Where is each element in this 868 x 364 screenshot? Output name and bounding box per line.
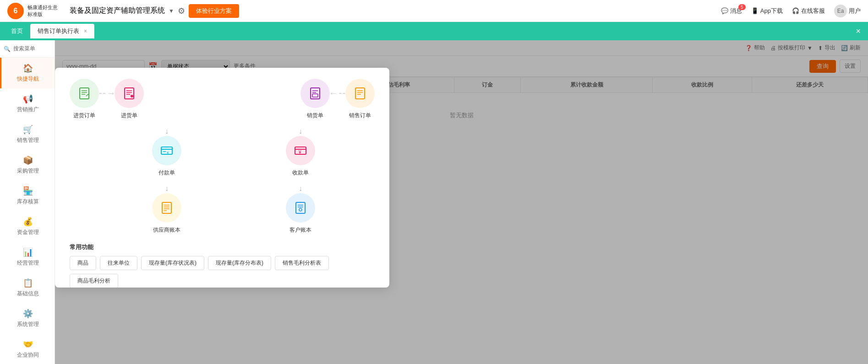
sidebar-item-cooperation[interactable]: 🤝 企业协同 <box>0 334 55 364</box>
sales-order-icon <box>345 79 375 108</box>
common-functions-title: 常用功能 <box>70 243 375 251</box>
flow-node-sales-bill[interactable]: 销货单 <box>300 79 330 120</box>
purchase-bill-icon <box>115 79 144 108</box>
svg-rect-0 <box>80 88 89 99</box>
flow-node-sales-order[interactable]: 销售订单 <box>345 79 375 120</box>
sidebar-item-basic-info[interactable]: 📋 基础信息 <box>0 272 55 303</box>
flow-node-supplier-account[interactable]: 供应商账本 <box>152 193 181 234</box>
message-button[interactable]: 💬 消息 5 <box>721 7 742 15</box>
svg-point-8 <box>131 95 133 98</box>
sidebar-item-finance[interactable]: 💰 资金管理 <box>0 211 55 242</box>
arrow-sales-order-to-bill: - - → <box>330 79 345 98</box>
func-btn-sales-profit[interactable]: 销售毛利分析表 <box>275 256 329 270</box>
customer-account-label: 客户账本 <box>289 226 311 234</box>
trial-button[interactable]: 体验行业方案 <box>189 4 239 18</box>
arrow-down-customer: ↓ <box>299 185 302 192</box>
basic-info-icon: 📋 <box>23 278 33 288</box>
search-menu-button[interactable]: 🔍 搜索菜单 <box>0 40 55 58</box>
popup-box: 进货订单 - - → 进货单 <box>55 68 389 288</box>
tab-bar-close-icon[interactable]: × <box>856 27 861 36</box>
popup-overlay[interactable]: 进货订单 - - → 进货单 <box>55 40 868 364</box>
customer-column: ↓ 客户账本 <box>286 184 315 234</box>
system-dropdown-button[interactable]: ▼ <box>169 8 174 14</box>
supplier-account-icon <box>152 193 181 223</box>
search-icon: 🔍 <box>4 46 11 52</box>
sales-row-right: 销货单 - - → 销售订单 <box>300 79 375 120</box>
tab-home[interactable]: 首页 <box>4 24 30 38</box>
headset-icon: 🎧 <box>792 7 799 14</box>
sidebar-item-marketing[interactable]: 📢 营销推广 <box>0 88 55 119</box>
flow-node-customer-account[interactable]: 客户账本 <box>286 193 315 234</box>
phone-icon: 📱 <box>751 7 759 14</box>
flow-middle-row: ↓ ¥ 付款单 ↓ ¥ <box>70 127 375 177</box>
flow-node-purchase-bill[interactable]: 进货单 <box>115 79 144 120</box>
svg-rect-13 <box>355 88 365 99</box>
arrow-down-receipt: ↓ <box>299 128 302 135</box>
flow-node-purchase-order[interactable]: 进货订单 <box>70 79 99 120</box>
purchase-icon: 📦 <box>23 155 33 165</box>
func-btn-stock-dist[interactable]: 现存量(库存分布表) <box>208 256 271 270</box>
supplier-column: ↓ 供应商账本 <box>152 184 181 234</box>
purchase-bill-label: 进货单 <box>121 112 137 120</box>
arrow-purchase-to-bill: - - → <box>99 79 115 98</box>
func-btn-product[interactable]: 商品 <box>70 256 96 270</box>
svg-point-32 <box>299 208 302 211</box>
home-icon: 🏠 <box>23 63 33 73</box>
svg-text:¥: ¥ <box>166 151 169 155</box>
purchase-order-icon <box>70 79 99 108</box>
func-btn-partner[interactable]: 往来单位 <box>100 256 137 270</box>
header-right: 💬 消息 5 📱 App下载 🎧 在线客服 Ea 用户 <box>721 5 861 17</box>
sidebar-item-inventory[interactable]: 🏪 库存核算 <box>0 180 55 211</box>
finance-icon: 💰 <box>23 217 33 227</box>
system-name: 装备及固定资产辅助管理系统 <box>70 6 165 16</box>
sidebar-item-purchase[interactable]: 📦 采购管理 <box>0 150 55 180</box>
flow-node-receipt-bill[interactable]: ¥ 收款单 <box>286 136 315 177</box>
avatar: Ea <box>834 5 847 17</box>
svg-rect-24 <box>162 202 171 213</box>
supplier-account-label: 供应商账本 <box>153 226 180 234</box>
system-title: 装备及固定资产辅助管理系统 ▼ ⚙ 体验行业方案 <box>70 4 721 18</box>
tab-sales-order[interactable]: 销售订单执行表 × <box>30 24 94 38</box>
tab-bar: 首页 销售订单执行表 × × <box>0 22 868 40</box>
sales-order-label: 销售订单 <box>349 112 371 120</box>
payment-bill-icon: ¥ <box>152 136 181 165</box>
flow-bottom-row: ↓ 供应商账本 ↓ <box>70 184 375 234</box>
system-icon: ⚙️ <box>23 309 33 319</box>
logo-area: 6 畅康通好生意 标准版 <box>7 3 62 19</box>
sidebar-item-quick-guide[interactable]: 🏠 快捷导航 <box>0 58 55 88</box>
sidebar-item-operation[interactable]: 📊 经营管理 <box>0 242 55 272</box>
header: 6 畅康通好生意 标准版 装备及固定资产辅助管理系统 ▼ ⚙ 体验行业方案 💬 … <box>0 0 868 22</box>
app-download-button[interactable]: 📱 App下载 <box>751 7 783 15</box>
sidebar: 🔍 搜索菜单 🏠 快捷导航 📢 营销推广 🛒 销售管理 📦 采购管理 🏪 库存核… <box>0 40 55 364</box>
receipt-bill-icon: ¥ <box>286 136 315 165</box>
operation-icon: 📊 <box>23 247 33 257</box>
receipt-column: ↓ ¥ 收款单 <box>286 127 315 177</box>
user-menu-button[interactable]: Ea 用户 <box>834 5 861 17</box>
func-btn-stock-status[interactable]: 现存量(库存状况表) <box>141 256 204 270</box>
payment-bill-label: 付款单 <box>158 169 175 177</box>
flow-node-payment-bill[interactable]: ¥ 付款单 <box>152 136 181 177</box>
sidebar-item-system[interactable]: ⚙️ 系统管理 <box>0 303 55 334</box>
common-functions: 常用功能 商品 往来单位 现存量(库存状况表) 现存量(库存分布表) 销售毛利分… <box>70 243 375 288</box>
sales-bill-icon <box>300 79 330 108</box>
cooperation-icon: 🤝 <box>23 339 33 349</box>
inventory-icon: 🏪 <box>23 186 33 196</box>
func-btn-product-profit[interactable]: 商品毛利分析 <box>70 274 118 288</box>
logo-text: 畅康通好生意 标准版 <box>27 4 58 17</box>
svg-rect-12 <box>312 94 318 97</box>
func-buttons-row1: 商品 往来单位 现存量(库存状况表) 现存量(库存分布表) 销售毛利分析表 商品… <box>70 256 375 288</box>
main-layout: 🔍 搜索菜单 🏠 快捷导航 📢 营销推广 🛒 销售管理 📦 采购管理 🏪 库存核… <box>0 40 868 364</box>
message-icon: 💬 <box>721 7 728 14</box>
sidebar-item-sales[interactable]: 🛒 销售管理 <box>0 119 55 150</box>
online-service-button[interactable]: 🎧 在线客服 <box>792 7 825 15</box>
payment-column: ↓ ¥ 付款单 <box>152 127 181 177</box>
flow-top-row: 进货订单 - - → 进货单 <box>70 79 375 120</box>
tab-close-icon[interactable]: × <box>84 28 87 34</box>
logo-icon: 6 <box>7 3 24 19</box>
svg-rect-29 <box>296 202 305 213</box>
receipt-bill-label: 收款单 <box>292 169 309 177</box>
sales-bill-label: 销货单 <box>307 112 323 120</box>
content-area: ❓ 帮助 🖨 按模板打印 ▼ ⬆ 导出 🔄 刷新 📅 单据状态 <box>55 40 868 364</box>
settings-icon[interactable]: ⚙ <box>178 6 185 16</box>
purchase-order-label: 进货订单 <box>73 112 95 120</box>
